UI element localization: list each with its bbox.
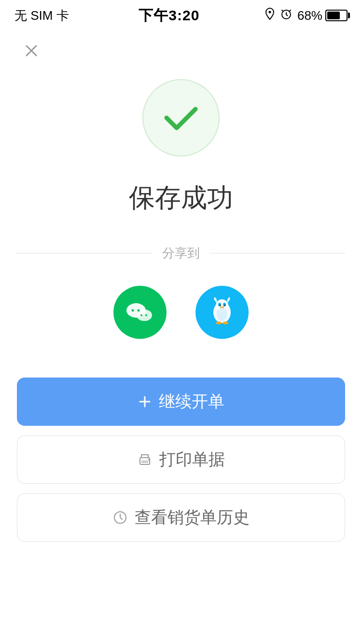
checkmark-icon	[159, 96, 203, 140]
qq-share-button[interactable]	[195, 286, 249, 339]
plus-icon	[138, 394, 152, 409]
wechat-share-button[interactable]	[113, 286, 167, 339]
svg-point-12	[220, 305, 221, 306]
carrier-text: 无 SIM 卡	[14, 7, 69, 24]
svg-point-16	[216, 322, 222, 324]
share-divider: 分享到	[17, 245, 345, 262]
share-label: 分享到	[162, 245, 200, 262]
svg-point-0	[268, 11, 271, 13]
print-button[interactable]: 打印单据	[17, 435, 345, 484]
qq-icon	[207, 296, 237, 329]
continue-button[interactable]: 继续开单	[17, 378, 345, 426]
svg-rect-19	[141, 461, 148, 463]
wechat-icon	[124, 298, 156, 327]
clock-icon	[112, 510, 128, 525]
print-label: 打印单据	[159, 448, 225, 471]
status-left: 无 SIM 卡	[14, 7, 74, 24]
success-circle	[142, 79, 220, 156]
action-buttons: 继续开单 打印单据 查看销货单历史	[17, 378, 345, 542]
success-title: 保存成功	[129, 181, 233, 216]
battery-fill	[327, 12, 340, 19]
svg-point-17	[223, 322, 228, 324]
svg-point-13	[224, 305, 226, 306]
status-right: 68%	[265, 8, 348, 24]
printer-icon	[137, 452, 153, 467]
close-button[interactable]	[19, 39, 43, 63]
location-icon	[265, 8, 275, 24]
svg-point-4	[132, 309, 134, 312]
main-content: 保存成功 分享到	[0, 31, 362, 551]
svg-point-5	[138, 309, 140, 312]
status-time: 下午3:20	[139, 6, 199, 26]
status-bar: 无 SIM 卡 下午3:20 68%	[0, 0, 362, 31]
divider-line-right	[209, 253, 345, 253]
alarm-icon	[280, 8, 292, 24]
svg-point-20	[148, 459, 150, 461]
share-icons	[113, 286, 249, 339]
history-button[interactable]: 查看销货单历史	[17, 493, 345, 542]
continue-label: 继续开单	[159, 391, 224, 413]
svg-point-6	[140, 314, 142, 316]
battery-percent: 68%	[297, 8, 322, 23]
divider-line-left	[17, 253, 153, 253]
svg-point-15	[217, 308, 227, 321]
battery: 68%	[297, 8, 348, 23]
battery-icon	[325, 10, 348, 21]
history-label: 查看销货单历史	[135, 506, 250, 529]
svg-point-7	[145, 314, 147, 316]
